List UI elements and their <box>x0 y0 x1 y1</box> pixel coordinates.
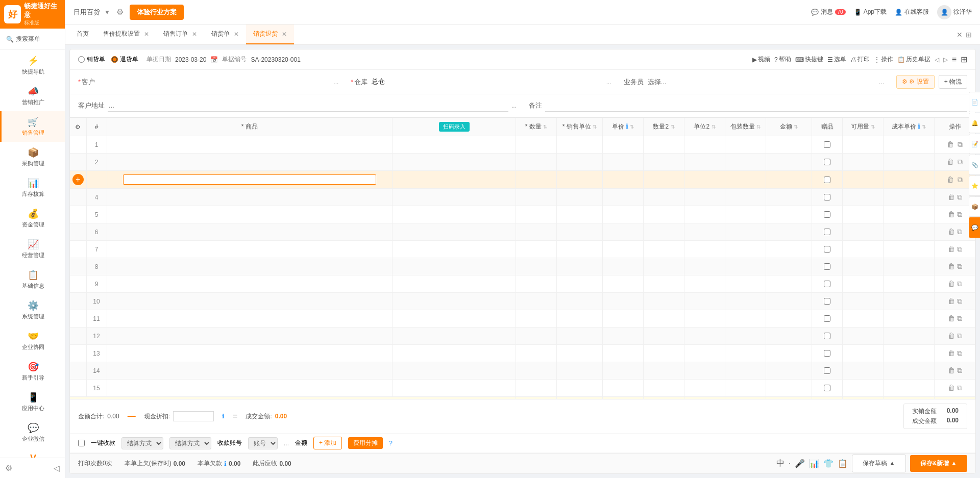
toolbar-icon-6[interactable]: 📋 <box>838 459 848 468</box>
tab-close-icon[interactable]: ✕ <box>192 31 197 38</box>
gift-checkbox-10[interactable] <box>824 298 830 305</box>
delete-row-btn[interactable]: 🗑 <box>947 279 956 289</box>
copy-row-2-btn[interactable]: ⧉ <box>957 157 964 167</box>
close-all-icon[interactable]: ✕ <box>957 31 963 39</box>
toolbar-icon-5[interactable]: 👕 <box>823 459 834 468</box>
tab-close-icon[interactable]: ✕ <box>282 31 287 38</box>
tab-close-icon[interactable]: ✕ <box>234 31 239 38</box>
sidebar-item-marketing[interactable]: 📣 营销推广 <box>0 81 65 111</box>
sidebar-item-member[interactable]: V 畅会员 <box>0 448 65 458</box>
sidebar-collapse-btn[interactable]: ◁ <box>54 463 60 473</box>
address-dots[interactable]: ... <box>511 102 517 109</box>
tab-close-icon[interactable]: ✕ <box>144 31 149 38</box>
gift-checkbox-2[interactable] <box>824 159 830 165</box>
float-btn-5[interactable]: ⭐ <box>969 175 980 196</box>
sidebar-item-enterprise-wx[interactable]: 💬 企业微信 <box>0 417 65 448</box>
next-icon[interactable]: ▷ <box>943 56 948 63</box>
one-click-checkbox[interactable] <box>78 440 85 446</box>
copy-row-btn[interactable]: ⧉ <box>956 313 963 324</box>
delete-row-active-btn[interactable]: 🗑 <box>946 174 955 185</box>
gift-checkbox-7[interactable] <box>824 246 830 253</box>
toolbar-icon-1[interactable]: 中 <box>776 458 785 469</box>
copy-row-btn[interactable]: ⧉ <box>956 261 963 272</box>
experience-btn[interactable]: 体验行业方案 <box>130 5 184 20</box>
sidebar-item-purchase[interactable]: 📦 采购管理 <box>0 142 65 172</box>
delete-row-btn[interactable]: 🗑 <box>947 244 956 254</box>
grid-view-icon[interactable]: ⊞ <box>966 31 972 39</box>
user-item[interactable]: 👤 徐泽华 <box>937 5 972 19</box>
copy-row-btn[interactable]: ⧉ <box>956 227 963 237</box>
expense-help-icon[interactable]: ? <box>389 440 393 447</box>
add-row-btn[interactable]: + <box>72 174 84 185</box>
copy-row-btn[interactable]: ⧉ <box>956 279 963 289</box>
sidebar-search[interactable]: 🔍 搜索菜单 <box>0 29 65 50</box>
warehouse-dots[interactable]: ... <box>606 79 611 86</box>
nav-dropdown-icon[interactable]: ▼ <box>104 9 110 16</box>
remarks-input[interactable] <box>545 99 967 112</box>
copy-row-active-btn[interactable]: ⧉ <box>957 174 964 185</box>
account-select[interactable]: 账号 <box>248 437 278 449</box>
tab-price-settings[interactable]: 售价提取设置 ✕ <box>96 24 156 44</box>
warehouse-input[interactable] <box>371 76 603 88</box>
gift-checkbox-active[interactable] <box>824 177 830 183</box>
delete-row-btn[interactable]: 🗑 <box>947 313 956 323</box>
float-btn-3[interactable]: 📝 <box>969 134 980 154</box>
product-input-active[interactable] <box>123 174 376 185</box>
radio-returns[interactable]: 退货单 <box>111 55 138 64</box>
calendar-icon[interactable]: 📅 <box>210 56 218 63</box>
float-btn-6[interactable]: 📦 <box>969 196 980 217</box>
print-btn[interactable]: 🖨 打印 <box>850 55 870 64</box>
settle-method-select[interactable]: 结算方式 <box>121 437 163 449</box>
view-grid-icon[interactable]: ⊞ <box>961 55 967 64</box>
delete-row-btn[interactable]: 🗑 <box>947 365 956 375</box>
sidebar-item-inventory[interactable]: 📊 库存核算 <box>0 172 65 203</box>
salesperson-input[interactable] <box>647 76 876 88</box>
delete-row-btn[interactable]: 🗑 <box>947 383 956 393</box>
view-list-icon[interactable]: ≡ <box>952 55 957 64</box>
discount-input[interactable] <box>173 411 214 421</box>
save-draft-btn[interactable]: 保存草稿 ▲ <box>852 455 906 472</box>
price-info-icon[interactable]: ℹ <box>626 122 628 130</box>
video-btn[interactable]: ▶ 视频 <box>752 55 770 64</box>
add-payment-btn[interactable]: + 添加 <box>313 437 342 449</box>
float-btn-4[interactable]: 📎 <box>969 155 980 175</box>
sidebar-item-sales[interactable]: 🛒 销售管理 <box>0 111 65 142</box>
sidebar-item-operation[interactable]: 📈 经营管理 <box>0 234 65 264</box>
message-item[interactable]: 💬 消息 70 <box>811 8 846 16</box>
gift-checkbox-5[interactable] <box>824 211 830 218</box>
gift-checkbox-13[interactable] <box>824 350 830 357</box>
copy-row-btn[interactable]: ⧉ <box>956 192 963 203</box>
toolbar-icon-4[interactable]: 📊 <box>809 459 819 468</box>
tab-delivery[interactable]: 销货单 ✕ <box>204 24 246 44</box>
salesperson-dots[interactable]: ... <box>879 79 884 86</box>
sidebar-item-new-guide[interactable]: 🎯 新手引导 <box>0 356 65 387</box>
copy-row-btn[interactable]: ⧉ <box>956 383 963 393</box>
delete-row-btn[interactable]: 🗑 <box>947 261 956 271</box>
operations-btn[interactable]: ⋮ 操作 <box>874 55 893 64</box>
customer-input[interactable] <box>98 76 330 88</box>
delete-row-btn[interactable]: 🗑 <box>947 331 956 341</box>
help-icon[interactable]: ℹ <box>222 413 225 420</box>
float-btn-7[interactable]: 💬 <box>969 217 980 238</box>
search-button[interactable]: 🔍 搜索菜单 <box>4 33 61 45</box>
gift-checkbox-1[interactable] <box>824 141 830 148</box>
gift-checkbox-15[interactable] <box>824 385 830 391</box>
address-input[interactable] <box>108 99 508 112</box>
sidebar-item-basic-info[interactable]: 📋 基础信息 <box>0 264 65 295</box>
tab-returns[interactable]: 销货退货 ✕ <box>246 24 294 44</box>
copy-row-btn[interactable]: ⧉ <box>956 365 963 376</box>
col-scan[interactable]: 扫码录入 <box>393 118 516 136</box>
settings-button[interactable]: ⚙ ⚙ 设置 <box>896 75 935 89</box>
toolbar-icon-2[interactable]: · <box>789 459 791 468</box>
cost-info-icon[interactable]: ℹ <box>918 122 920 130</box>
tabbar-close-all[interactable]: ✕ ⊞ <box>952 24 976 44</box>
delete-row-btn[interactable]: 🗑 <box>947 209 956 219</box>
single-debt-info[interactable]: ℹ <box>224 460 227 467</box>
gift-checkbox-12[interactable] <box>824 333 830 339</box>
select-btn[interactable]: ☰ 选单 <box>827 55 846 64</box>
gift-checkbox-11[interactable] <box>824 315 830 322</box>
gift-checkbox-4[interactable] <box>824 194 830 200</box>
toolbar-icon-3[interactable]: 🎤 <box>795 459 805 468</box>
prev-icon[interactable]: ◁ <box>935 56 939 63</box>
topbar-settings-btn[interactable]: ⚙ <box>114 5 126 19</box>
